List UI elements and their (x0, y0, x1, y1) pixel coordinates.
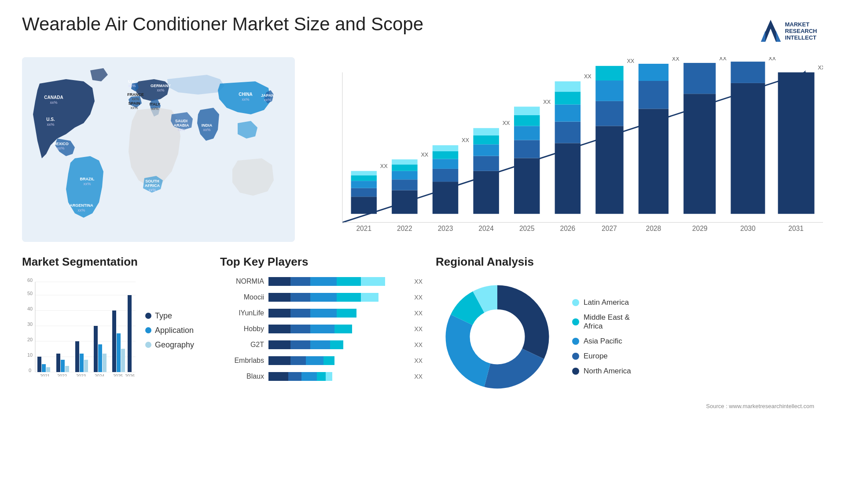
svg-rect-62 (473, 144, 499, 156)
logo-line1: MARKET (785, 21, 817, 28)
svg-text:U.S.: U.S. (46, 117, 55, 122)
segmentation-section: Market Segmentation 0 10 20 30 40 50 60 (22, 255, 207, 409)
player-xx-normia: XX (414, 278, 422, 285)
svg-marker-2 (776, 31, 781, 42)
normia-bar-svg (268, 276, 400, 287)
svg-rect-81 (595, 126, 623, 214)
reg-label-northam: North America (584, 367, 631, 376)
svg-text:INDIA: INDIA (202, 123, 213, 128)
svg-text:xx%: xx% (264, 98, 271, 102)
svg-text:30: 30 (27, 321, 33, 327)
svg-rect-39 (351, 197, 377, 214)
svg-rect-121 (46, 367, 50, 372)
player-moocii: Moocii XX (220, 291, 422, 303)
svg-rect-144 (337, 277, 361, 286)
svg-rect-97 (731, 62, 765, 83)
svg-rect-78 (555, 81, 581, 91)
svg-rect-89 (639, 64, 669, 81)
svg-rect-61 (473, 156, 499, 171)
player-xx-moocii: XX (414, 294, 422, 301)
svg-rect-60 (473, 171, 499, 214)
svg-rect-127 (75, 341, 79, 372)
player-blaux: Blaux XX (220, 370, 422, 383)
player-normia: NORMIA XX (220, 275, 422, 288)
players-list: NORMIA XX Moocii (220, 275, 422, 383)
player-hobby: Hobby XX (220, 323, 422, 335)
legend-geography: Geography (145, 340, 194, 350)
svg-text:2022: 2022 (397, 225, 412, 232)
svg-text:xx%: xx% (50, 100, 57, 105)
logo-line2: RESEARCH (785, 28, 817, 34)
moocii-bar-svg (268, 292, 400, 303)
svg-text:2026: 2026 (125, 374, 135, 376)
svg-rect-56 (433, 151, 459, 159)
svg-rect-151 (268, 309, 290, 318)
logo-box: MARKET RESEARCH INTELLECT (753, 13, 823, 48)
world-map: CANADA xx% U.S. xx% MEXICO xx% BRAZIL xx… (22, 57, 295, 242)
svg-rect-142 (290, 277, 310, 286)
svg-text:GERMANY: GERMANY (151, 84, 171, 88)
svg-text:U.K.: U.K. (128, 79, 136, 84)
player-name-g2t: G2T (220, 341, 264, 349)
legend-geography-dot (145, 342, 151, 348)
map-svg: CANADA xx% U.S. xx% MEXICO xx% BRAZIL xx… (22, 57, 295, 242)
svg-text:xx%: xx% (128, 84, 136, 88)
legend-application-label: Application (155, 326, 194, 335)
svg-text:MEXICO: MEXICO (53, 142, 69, 146)
svg-text:2027: 2027 (602, 225, 617, 232)
svg-text:2029: 2029 (692, 225, 708, 232)
player-name-normia: NORMIA (220, 278, 264, 285)
svg-text:xx%: xx% (132, 97, 139, 101)
reg-dot-mea (572, 318, 579, 325)
svg-text:2023: 2023 (438, 225, 453, 232)
blaux-bar-svg (268, 371, 400, 382)
svg-text:XX: XX (627, 58, 634, 64)
svg-text:2026: 2026 (560, 225, 576, 232)
svg-text:xx%: xx% (77, 208, 85, 212)
regional-legend: Latin America Middle East &Africa Asia P… (572, 298, 631, 376)
svg-rect-157 (310, 325, 334, 333)
player-name-hobby: Hobby (220, 325, 264, 333)
legend-geography-label: Geography (155, 340, 194, 350)
svg-rect-41 (351, 181, 377, 188)
player-xx-embrlabs: XX (414, 357, 422, 364)
svg-rect-156 (290, 325, 310, 333)
svg-rect-88 (639, 81, 669, 109)
svg-rect-153 (310, 309, 337, 318)
player-name-embrlabs: Embrlabs (220, 357, 264, 365)
svg-text:SPAIN: SPAIN (129, 101, 140, 106)
regional-title: Regional Analysis (436, 255, 823, 269)
svg-marker-1 (761, 31, 765, 42)
svg-text:XX: XX (380, 163, 388, 169)
player-bar-embrlabs (268, 354, 408, 367)
svg-text:ARABIA: ARABIA (174, 123, 189, 128)
svg-text:10: 10 (27, 352, 33, 358)
player-g2t: G2T XX (220, 339, 422, 351)
player-name-moocii: Moocii (220, 293, 264, 301)
player-bar-g2t (268, 339, 408, 351)
svg-text:xx%: xx% (148, 188, 156, 192)
svg-rect-159 (268, 340, 290, 349)
svg-text:XX: XX (462, 137, 469, 143)
reg-label-europe: Europe (584, 352, 608, 361)
svg-rect-152 (290, 309, 310, 318)
reg-label-latin: Latin America (584, 298, 629, 307)
iyunlife-bar-svg (268, 307, 400, 319)
svg-text:2030: 2030 (740, 225, 756, 232)
svg-text:FRANCE: FRANCE (127, 92, 144, 97)
svg-rect-162 (330, 340, 343, 349)
hobby-bar-svg (268, 323, 400, 335)
svg-text:xx%: xx% (130, 106, 138, 110)
svg-rect-168 (288, 372, 301, 381)
reg-dot-europe (572, 353, 579, 360)
svg-rect-150 (361, 293, 378, 302)
svg-rect-49 (392, 164, 418, 171)
svg-rect-93 (683, 63, 716, 94)
svg-rect-137 (121, 349, 125, 372)
svg-rect-160 (290, 340, 310, 349)
svg-rect-143 (310, 277, 337, 286)
svg-rect-53 (433, 182, 459, 214)
svg-rect-154 (337, 309, 356, 318)
bar-chart-section: 2021 XX 2022 XX (308, 57, 823, 246)
svg-rect-165 (306, 356, 323, 365)
